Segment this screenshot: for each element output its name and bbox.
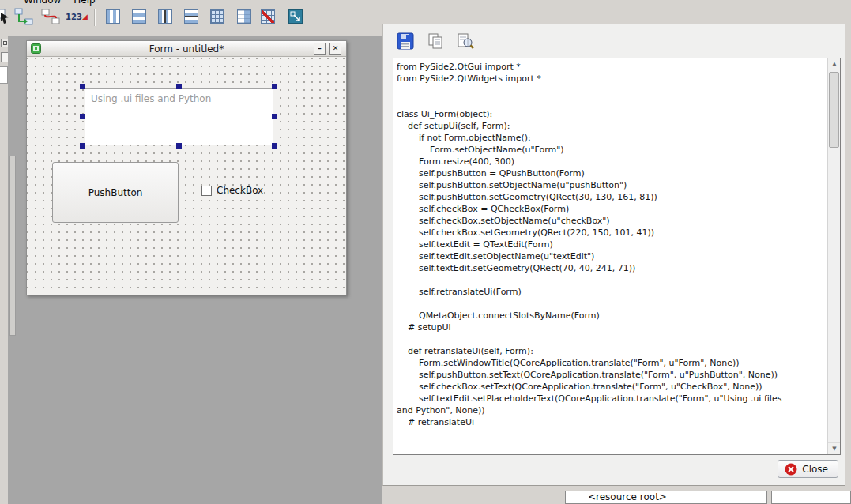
signal-slot-icon — [14, 7, 33, 26]
layout-grid-icon[interactable] — [207, 6, 228, 27]
close-button[interactable]: ✕ — [329, 43, 341, 55]
code-line: Form.setWindowTitle(QCoreApplication.tra… — [397, 357, 827, 369]
code-line: def retranslateUi(self, Form): — [397, 345, 827, 357]
vertical-scrollbar[interactable]: ▲ ▼ — [827, 58, 840, 454]
toolbar-separator — [94, 9, 96, 26]
tab-order-mark-icon: ◢ — [82, 13, 88, 21]
layout-vertical-icon[interactable] — [129, 6, 149, 27]
code-line: from PySide2.QtGui import * — [397, 61, 827, 73]
save-button[interactable] — [394, 30, 416, 52]
main-toolbar: 123◢ — [0, 5, 382, 35]
copy-pages-icon — [427, 32, 444, 50]
edit-widgets-icon[interactable] — [0, 6, 13, 27]
selection-handle-bottom-center[interactable] — [176, 143, 182, 149]
horizontal-bars-icon — [106, 9, 120, 24]
resource-browser-panel[interactable]: <resource root> — [565, 491, 767, 504]
magnifier-page-icon — [457, 32, 474, 50]
form-window-titlebar[interactable]: Form - untitled* – ✕ — [27, 41, 346, 57]
resource-root-label: <resource root> — [588, 491, 667, 502]
cursor-arrow-icon — [0, 7, 13, 26]
code-line: self.checkBox.setText(QCoreApplication.t… — [397, 381, 827, 393]
splitter-vertical-icon — [184, 9, 198, 24]
checkbox-widget[interactable]: CheckBox — [201, 185, 263, 196]
code-dialog-toolbar — [394, 30, 476, 52]
resource-side-panel[interactable] — [771, 491, 851, 504]
selection-handle-mid-right[interactable] — [272, 114, 277, 119]
edit-buddies-icon[interactable] — [40, 6, 61, 27]
dock-panel-fragment — [0, 66, 8, 84]
code-line: self.checkBox.setGeometry(QRect(220, 150… — [397, 227, 827, 239]
selection-handle-mid-left[interactable] — [80, 114, 85, 119]
close-circle-icon — [785, 463, 797, 476]
code-line: # retranslateUi — [397, 416, 827, 428]
close-button-label: Close — [802, 464, 828, 475]
floppy-disk-icon — [397, 32, 414, 50]
layout-horizontal-icon[interactable] — [103, 6, 123, 27]
code-line: self.pushButton = QPushButton(Form) — [397, 167, 827, 179]
code-line: if not Form.objectName(): — [397, 132, 827, 144]
code-line: self.textEdit.setObjectName(u"textEdit") — [397, 250, 827, 262]
break-layout-icon[interactable] — [258, 6, 278, 27]
edit-tab-order-icon[interactable]: 123◢ — [66, 6, 87, 27]
code-line: self.pushButton.setObjectName(u"pushButt… — [397, 179, 827, 191]
minimize-button[interactable]: – — [314, 43, 326, 55]
code-line — [397, 274, 827, 286]
float-icon — [3, 41, 7, 45]
form-canvas[interactable]: Using .ui files and Python PushButton Ch… — [27, 58, 346, 295]
code-line: def setupUi(self, Form): — [397, 120, 827, 132]
splitter-horizontal-icon — [158, 9, 172, 24]
dock-scrollbar-fragment[interactable] — [9, 156, 16, 336]
checkbox-label: CheckBox — [217, 185, 263, 196]
form-window-title: Form - untitled* — [27, 43, 346, 55]
code-line: Form.setObjectName(u"Form") — [397, 144, 827, 156]
selection-handle-top-left[interactable] — [80, 84, 85, 89]
code-line: self.textEdit.setGeometry(QRect(70, 40, … — [397, 262, 827, 274]
checkbox-box[interactable] — [201, 186, 212, 196]
code-line: # setupUi — [397, 322, 827, 333]
code-line: self.pushButton.setGeometry(QRect(30, 13… — [397, 191, 827, 203]
buddy-link-icon — [41, 7, 60, 26]
pushbutton-widget[interactable]: PushButton — [52, 162, 179, 223]
code-line: self.checkBox = QCheckBox(Form) — [397, 203, 827, 215]
code-line: and Python", None)) — [397, 404, 827, 416]
break-grid-icon — [261, 9, 275, 24]
layout-vertical-splitter-icon[interactable] — [181, 6, 201, 27]
selection-handle-bottom-right[interactable] — [272, 143, 277, 149]
tab-order-numbers: 123 — [66, 13, 82, 21]
grid-icon — [210, 9, 224, 24]
form-designer-window[interactable]: Form - untitled* – ✕ Using .ui files and… — [26, 40, 347, 295]
code-line — [397, 333, 827, 345]
qt-designer-window: Window Help 123◢ ✕ — [0, 0, 851, 504]
adjust-size-icon[interactable] — [285, 6, 306, 27]
scrollbar-thumb[interactable] — [829, 72, 839, 148]
form-layout-icon — [237, 9, 251, 24]
code-editor[interactable]: from PySide2.QtGui import * from PySide2… — [393, 58, 841, 455]
edit-signals-slots-icon[interactable] — [13, 6, 34, 27]
scroll-down-icon[interactable]: ▼ — [828, 442, 841, 454]
mdi-workspace: Form - untitled* – ✕ Using .ui files and… — [8, 36, 382, 504]
selection-handle-bottom-left[interactable] — [80, 143, 85, 149]
code-line: from PySide2.QtWidgets import * — [397, 73, 827, 85]
code-line: self.textEdit = QTextEdit(Form) — [397, 239, 827, 250]
view-code-dialog: from PySide2.QtGui import * from PySide2… — [382, 24, 845, 486]
vertical-bars-icon — [132, 9, 146, 24]
code-line: self.checkBox.setObjectName(u"checkBox") — [397, 215, 827, 227]
textedit-widget[interactable]: Using .ui files and Python — [85, 88, 273, 145]
selection-handle-top-center[interactable] — [176, 84, 182, 89]
selection-handle-top-right[interactable] — [272, 84, 277, 89]
code-line — [397, 85, 827, 96]
layout-form-icon[interactable] — [234, 6, 254, 27]
resize-arrow-icon — [288, 9, 303, 24]
code-line: Form.resize(400, 300) — [397, 156, 827, 167]
code-line: class Ui_Form(object): — [397, 108, 827, 120]
close-dialog-button[interactable]: Close — [778, 460, 838, 478]
code-line: self.textEdit.setPlaceholderText(QCoreAp… — [397, 393, 827, 404]
find-button[interactable] — [454, 30, 476, 52]
code-line: QMetaObject.connectSlotsByName(Form) — [397, 310, 827, 322]
copy-button[interactable] — [424, 30, 446, 52]
code-line: self.pushButton.setText(QCoreApplication… — [397, 369, 827, 381]
code-line — [397, 96, 827, 108]
layout-horizontal-splitter-icon[interactable] — [155, 6, 175, 27]
scroll-up-icon[interactable]: ▲ — [828, 58, 841, 70]
code-lines: from PySide2.QtGui import * from PySide2… — [393, 58, 827, 454]
